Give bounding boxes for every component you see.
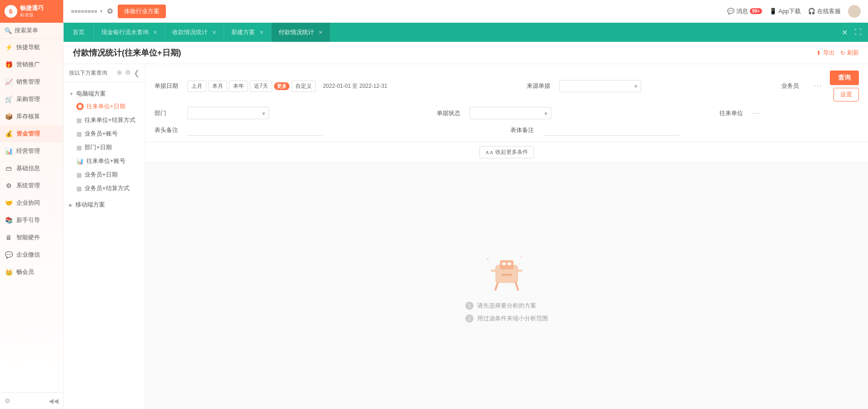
sidebar-footer: ⚙ ◀◀ <box>0 392 63 409</box>
online-service-btn[interactable]: 🎧 在线客服 <box>808 7 841 15</box>
employee-dots-btn[interactable]: ··· <box>814 82 823 90</box>
filter-row-2: 部门 单据状态 <box>155 107 859 119</box>
settings-button[interactable]: 设置 <box>833 88 859 101</box>
tab-expand-btn[interactable]: ⛶ <box>852 26 864 39</box>
scheme-settings-icon[interactable]: ⚙ <box>125 69 131 77</box>
header-note-label: 表头备注 <box>155 126 180 134</box>
export-label: 导出 <box>823 49 835 57</box>
sidebar-item-label: 畅会员 <box>16 268 34 276</box>
sidebar-item-marketing[interactable]: 🎁 营销推广 <box>0 56 63 73</box>
content-wrapper: 按以下方案查询 ⊕ ⚙ ❮ ▼ 电脑端方案 <box>64 64 868 409</box>
footer-settings-icon[interactable]: ⚙ <box>5 397 10 404</box>
scheme-item-partner-account[interactable]: 📊 往来单位+账号 <box>64 154 145 168</box>
sidebar-item-purchase[interactable]: 🛒 采购管理 <box>0 91 63 108</box>
sidebar-item-system[interactable]: ⚙ 系统管理 <box>0 177 63 194</box>
sidebar-item-member[interactable]: 👑 畅会员 <box>0 263 63 281</box>
scheme-item-partner-date[interactable]: 往来单位+日期 <box>64 100 145 113</box>
tab-new-plan[interactable]: 新建方案 ✕ <box>224 23 271 42</box>
header-note-input[interactable] <box>187 125 324 136</box>
message-btn[interactable]: 💬 消息 99+ <box>727 7 762 15</box>
wechat-icon: 💬 <box>5 251 13 259</box>
sidebar-item-basic[interactable]: 🗃 基础信息 <box>0 160 63 177</box>
sidebar-item-inventory[interactable]: 📦 库存核算 <box>0 108 63 125</box>
scheme-item-icon: ▦ <box>76 131 82 137</box>
chart-icon: 📊 <box>76 158 84 165</box>
scheme-item-icon: ▦ <box>76 185 82 192</box>
user-avatar[interactable] <box>848 5 861 18</box>
sidebar-item-quick-nav[interactable]: ⚡ 快捷导航 <box>0 39 63 56</box>
dept-select[interactable] <box>187 107 269 119</box>
export-btn[interactable]: ⬆ 导出 <box>816 49 835 57</box>
date-btn-last7days[interactable]: 近7天 <box>250 81 272 92</box>
tab-receivable[interactable]: 收款情况统计 ✕ <box>165 23 224 42</box>
sidebar-item-label: 营销推广 <box>16 61 40 69</box>
scheme-item-label: 业务员+账号 <box>85 130 118 138</box>
purchase-icon: 🛒 <box>5 95 13 103</box>
header-actions: 💬 消息 99+ 📱 App下载 🎧 在线客服 <box>727 5 861 18</box>
source-doc-select-wrapper <box>559 80 641 92</box>
trial-button[interactable]: 体验行业方案 <box>118 5 166 18</box>
scheme-item-label: 往来单位+结算方式 <box>85 116 135 124</box>
sidebar-item-label: 资金管理 <box>16 130 40 138</box>
date-btn-this-year[interactable]: 本年 <box>229 81 248 92</box>
date-btn-last-month[interactable]: 上月 <box>187 81 206 92</box>
sidebar-item-finance[interactable]: 💰 资金管理 <box>0 125 63 142</box>
page-title: 付款情况统计(往来单位+日期) <box>73 47 816 58</box>
tab-home[interactable]: 首页 <box>64 23 94 42</box>
sidebar-item-operations[interactable]: 📊 经营管理 <box>0 142 63 160</box>
date-btn-custom[interactable]: 自定义 <box>291 81 316 92</box>
tab-bar: 首页 现金银行流水查询 ✕ 收款情况统计 ✕ 新建方案 ✕ 付款情况统计 ✕ ✕… <box>64 23 868 42</box>
tab-cashflow[interactable]: 现金银行流水查询 ✕ <box>94 23 165 42</box>
refresh-btn[interactable]: ↻ 刷新 <box>840 49 859 57</box>
search-menu[interactable]: 🔍 搜索菜单 <box>0 23 63 39</box>
scheme-group-mobile-header[interactable]: ▶ 移动端方案 <box>64 199 145 211</box>
tip-num-2: 2 <box>465 314 474 323</box>
scheme-item-icon: ▦ <box>76 144 82 151</box>
sidebar-item-label: 库存核算 <box>16 112 40 121</box>
query-button[interactable]: 查询 <box>830 71 859 85</box>
sidebar-item-sales[interactable]: 📈 销售管理 <box>0 73 63 91</box>
export-icon: ⬆ <box>816 50 821 56</box>
refresh-label: 刷新 <box>847 49 859 57</box>
tab-new-plan-close[interactable]: ✕ <box>259 30 264 35</box>
date-more-badge[interactable]: 更多 <box>274 82 289 90</box>
tab-cashflow-close[interactable]: ✕ <box>153 30 157 35</box>
sidebar-item-starter[interactable]: 📚 新手引导 <box>0 212 63 229</box>
partner-dots-btn[interactable]: ··· <box>752 109 761 117</box>
collapse-btn[interactable]: ∧∧ 收起更多条件 <box>479 146 534 158</box>
tab-payment[interactable]: 付款情况统计 ✕ <box>271 23 330 42</box>
scheme-item-employee-date[interactable]: ▦ 业务员+日期 <box>64 168 145 182</box>
page-area: 付款情况统计(往来单位+日期) ⬆ 导出 ↻ 刷新 按以下方案查询 ⊕ <box>64 42 868 409</box>
header-settings-icon[interactable]: ⚙ <box>107 7 113 15</box>
scheme-item-label: 往来单位+日期 <box>86 102 125 111</box>
tab-receivable-label: 收款情况统计 <box>172 28 208 36</box>
logo-name: 畅捷通巧 <box>20 5 44 12</box>
sidebar-item-label: 经营管理 <box>16 147 40 155</box>
doc-status-select-wrapper <box>469 107 551 119</box>
page-header: 付款情况统计(往来单位+日期) ⬆ 导出 ↻ 刷新 <box>64 42 868 64</box>
footer-collapse-icon[interactable]: ◀◀ <box>49 397 59 404</box>
scheme-item-partner-settlement[interactable]: ▦ 往来单位+结算方式 <box>64 113 145 127</box>
tab-receivable-close[interactable]: ✕ <box>212 30 216 35</box>
sidebar-item-hardware[interactable]: 🖥 智能硬件 <box>0 229 63 246</box>
scheme-group-desktop-header[interactable]: ▼ 电脑端方案 <box>64 88 145 100</box>
tab-close-all-btn[interactable]: ✕ <box>838 26 851 39</box>
scheme-collapse-icon[interactable]: ❮ <box>134 69 140 77</box>
collapse-btn-label: 收起更多条件 <box>495 148 528 156</box>
app-download-btn[interactable]: 📱 App下载 <box>769 7 801 15</box>
date-buttons: 上月 本月 本年 近7天 更多 自定义 <box>187 81 316 92</box>
doc-status-select[interactable] <box>469 107 551 119</box>
scheme-item-dept-date[interactable]: ▦ 部门+日期 <box>64 141 145 154</box>
employee-label: 业务员 <box>781 82 807 90</box>
scheme-item-employee-account[interactable]: ▦ 业务员+账号 <box>64 127 145 141</box>
message-badge: 99+ <box>750 8 762 14</box>
scheme-item-employee-settlement[interactable]: ▦ 业务员+结算方式 <box>64 182 145 195</box>
sidebar-item-enterprise[interactable]: 🤝 企业协同 <box>0 194 63 212</box>
date-btn-this-month[interactable]: 本月 <box>208 81 227 92</box>
source-doc-select[interactable] <box>559 80 641 92</box>
tab-payment-close[interactable]: ✕ <box>319 30 323 35</box>
body-note-input[interactable] <box>543 125 679 136</box>
sidebar-item-wechat[interactable]: 💬 企业微信 <box>0 246 63 263</box>
scheme-group-desktop: ▼ 电脑端方案 往来单位+日期 ▦ 往来单位+结算方式 ▦ <box>64 86 145 197</box>
scheme-add-icon[interactable]: ⊕ <box>117 69 122 77</box>
